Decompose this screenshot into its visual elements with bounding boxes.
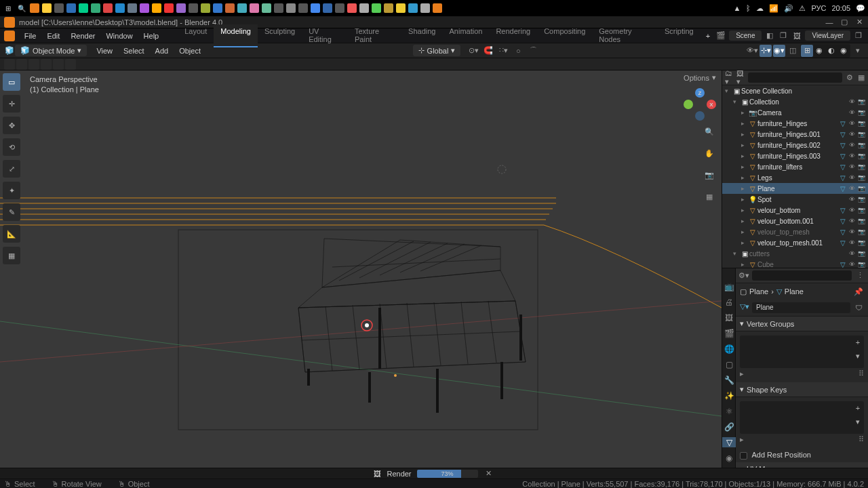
render-tab[interactable]: 📺 xyxy=(722,282,736,292)
disable-render-toggle[interactable]: 📷 xyxy=(857,228,865,235)
clock[interactable]: 20:05 xyxy=(831,4,850,12)
copy-icon[interactable]: ❐ xyxy=(778,30,789,41)
expand-icon[interactable]: ▾ xyxy=(733,98,740,105)
disable-render-toggle[interactable]: 📷 xyxy=(857,207,865,214)
vertex-groups-panel-header[interactable]: ▾Vertex Groups xyxy=(736,317,868,331)
snap-toggle[interactable]: 🧲 xyxy=(482,45,494,57)
menu-render[interactable]: Render xyxy=(65,30,100,42)
disable-render-toggle[interactable]: 📷 xyxy=(857,120,865,127)
rendered-shading[interactable]: ◉ xyxy=(837,45,850,57)
workspace-tab-compositing[interactable]: Compositing xyxy=(537,24,592,47)
menu-window[interactable]: Window xyxy=(100,30,138,42)
app-icon[interactable] xyxy=(201,3,210,13)
wireframe-shading[interactable]: ⊞ xyxy=(801,45,813,57)
expand-icon[interactable]: ▾ xyxy=(733,250,740,257)
measure-tool[interactable]: 📐 xyxy=(3,225,20,243)
expand-icon[interactable]: ▸ xyxy=(741,131,748,138)
browse-icon[interactable]: ◧ xyxy=(764,30,775,41)
app-icon[interactable] xyxy=(79,3,88,13)
disable-render-toggle[interactable]: 📷 xyxy=(857,218,865,224)
workspace-tab-modeling[interactable]: Modeling xyxy=(214,24,258,47)
snap-option[interactable] xyxy=(28,59,39,70)
outliner-item[interactable]: ▸💡Spot👁📷 xyxy=(722,194,868,205)
orientation-dropdown[interactable]: ⊹ Global ▾ xyxy=(413,45,461,56)
snap-option[interactable] xyxy=(41,59,52,70)
disable-render-toggle[interactable]: 📷 xyxy=(857,109,865,116)
app-icon[interactable] xyxy=(54,3,64,13)
outliner-item[interactable]: ▸▽Plane▽👁📷 xyxy=(722,183,868,194)
copy-icon[interactable]: ❐ xyxy=(853,30,864,41)
expand-icon[interactable]: ▸ xyxy=(741,261,748,268)
visibility-dropdown[interactable]: 👁▾ xyxy=(746,45,758,57)
app-icon[interactable] xyxy=(286,3,296,13)
editor-type-icon[interactable]: 🧊 xyxy=(4,45,15,56)
disable-render-toggle[interactable]: 📷 xyxy=(857,98,865,105)
snap-option[interactable] xyxy=(65,59,76,70)
app-icon[interactable] xyxy=(311,3,320,13)
fake-user-icon[interactable]: 🛡 xyxy=(853,302,864,313)
disable-render-toggle[interactable]: 📷 xyxy=(857,185,865,192)
expand-icon[interactable]: ▸ xyxy=(741,185,748,192)
hide-toggle[interactable]: 👁 xyxy=(848,218,856,224)
snap-options[interactable]: ∷▾ xyxy=(497,45,509,57)
tree-root[interactable]: ▾ ▣ Scene Collection xyxy=(722,85,868,96)
minimize-button[interactable]: — xyxy=(825,18,834,27)
outliner-item[interactable]: ▸▽velour_bottom▽👁📷 xyxy=(722,205,868,216)
wifi-icon[interactable]: 📶 xyxy=(769,4,778,13)
outliner-item[interactable]: ▸▽furniture_Hinges.001▽👁📷 xyxy=(722,129,868,140)
outliner-item[interactable]: ▸▽furniture_Hinges▽👁📷 xyxy=(722,118,868,129)
menu-edit[interactable]: Edit xyxy=(41,30,65,42)
workspace-tab-sculpting[interactable]: Sculpting xyxy=(258,24,302,47)
perspective-icon[interactable]: ▦ xyxy=(703,190,716,203)
app-icon[interactable] xyxy=(335,3,344,13)
output-tab[interactable]: 🖨 xyxy=(722,298,736,308)
expand-icon[interactable]: ▸ xyxy=(741,120,748,127)
app-icon[interactable] xyxy=(237,3,247,13)
solid-shading[interactable]: ◉ xyxy=(813,45,825,57)
notif-icon[interactable]: 💬 xyxy=(856,4,865,13)
disable-render-toggle[interactable]: 📷 xyxy=(857,239,865,246)
snap-option[interactable] xyxy=(16,59,27,70)
hide-toggle[interactable]: 👁 xyxy=(848,120,856,127)
object-tab[interactable]: ▢ xyxy=(722,360,736,370)
app-icon[interactable] xyxy=(298,3,308,13)
expand-icon[interactable]: ▾ xyxy=(725,87,732,94)
outliner-search[interactable] xyxy=(748,73,842,83)
scene-tab[interactable]: 🎬 xyxy=(722,329,736,339)
expand-icon[interactable]: ▸ xyxy=(741,239,748,246)
shading-options[interactable]: ▾ xyxy=(852,45,864,57)
snap-option[interactable] xyxy=(4,59,15,70)
gizmo-toggle[interactable]: ⊹▾ xyxy=(760,45,772,57)
constraint-tab[interactable]: 🔗 xyxy=(722,422,736,432)
vertex-groups-list[interactable]: + ▾ xyxy=(740,336,864,368)
pin-icon[interactable]: 📌 xyxy=(853,286,864,297)
viewlayer-icon[interactable]: 🖼 xyxy=(791,30,802,41)
hide-toggle[interactable]: 👁 xyxy=(848,228,856,235)
add-workspace-button[interactable]: + xyxy=(701,30,715,42)
expand-icon[interactable]: ▸ xyxy=(741,142,748,148)
navigation-gizmo[interactable]: X Z xyxy=(684,88,716,121)
physics-tab[interactable]: ⚛ xyxy=(722,406,736,416)
app-icon[interactable] xyxy=(152,3,161,13)
viewlayer-tab[interactable]: 🖼 xyxy=(722,313,736,323)
app-icon[interactable] xyxy=(140,3,149,13)
xray-toggle[interactable]: ◫ xyxy=(787,45,799,57)
app-icon[interactable] xyxy=(274,3,283,13)
hide-toggle[interactable]: 👁 xyxy=(848,185,856,192)
proportional-falloff[interactable]: ⌒ xyxy=(527,45,539,57)
hide-toggle[interactable]: 👁 xyxy=(848,163,856,170)
volume-icon[interactable]: 🔊 xyxy=(784,4,793,13)
disable-render-toggle[interactable]: 📷 xyxy=(857,131,865,138)
shape-keys-panel-header[interactable]: ▾Shape Keys xyxy=(736,382,868,397)
hide-toggle[interactable]: 👁 xyxy=(848,152,856,159)
maximize-button[interactable]: ▢ xyxy=(840,18,849,27)
hide-toggle[interactable]: 👁 xyxy=(848,239,856,246)
header-menu-select[interactable]: Select xyxy=(118,45,150,57)
hide-toggle[interactable]: 👁 xyxy=(848,250,856,257)
outliner-item[interactable]: ▸📷Camera👁📷 xyxy=(722,107,868,118)
expand-icon[interactable]: ▸ xyxy=(741,196,748,203)
rotate-tool[interactable]: ⟲ xyxy=(3,138,20,156)
shape-keys-list[interactable]: + ▾ xyxy=(740,401,864,434)
app-icon[interactable] xyxy=(103,3,113,13)
props-editor-icon[interactable]: ⚙▾ xyxy=(738,270,749,281)
